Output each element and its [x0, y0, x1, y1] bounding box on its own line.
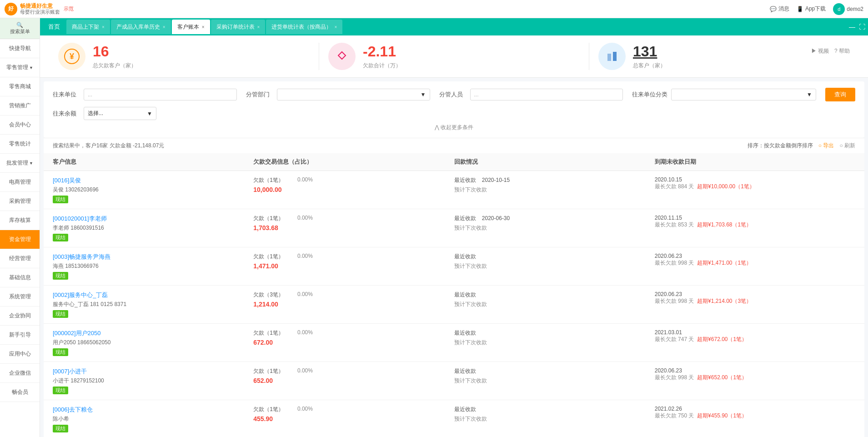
tab-inbound-stat[interactable]: 进货单统计表（按商品） × — [266, 20, 342, 34]
customer-phone-4: 用户2050 18665062050 — [53, 339, 253, 347]
recovery-info-3: 最近收款 预计下次收款 — [454, 291, 655, 308]
overdue-link-5[interactable]: 超期¥652.00（1笔） — [697, 374, 747, 381]
tab-product-shelf[interactable]: 商品上下架 × — [66, 20, 110, 34]
help-btn[interactable]: ? 帮助 — [834, 47, 850, 55]
collapse-row[interactable]: ⋀ 收起更多条件 — [53, 122, 855, 136]
next-payment-4: 预计下次收款 — [454, 339, 655, 347]
sidebar: 🔍 搜索菜单 快捷导航 零售管理 ▼ 零售商城 营销推广 会员中心 零售统计 批… — [0, 18, 40, 437]
main-area: 首页 商品上下架 × 产成品入库单历史 × 客户账本 × 采购订单统计表 × 进… — [40, 18, 868, 437]
stat-info-overdue: 16 总欠款客户（家） — [93, 43, 136, 70]
recovery-info-2: 最近收款 预计下次收款 — [454, 253, 655, 270]
dept-label: 分管部门 — [246, 90, 273, 99]
app-download-btn[interactable]: 📱 App下载 — [797, 5, 826, 13]
sidebar-item-app-center[interactable]: 应用中心 — [0, 345, 40, 364]
sidebar-item-system[interactable]: 系统管理 — [0, 287, 40, 306]
debt-count-1: 欠款（1笔） — [253, 215, 284, 222]
customer-name-2[interactable]: [0003]畅捷服务尹海燕 — [53, 253, 253, 261]
overdue-link-4[interactable]: 超期¥672.00（1笔） — [697, 336, 747, 342]
tab-maximize-icon[interactable]: ⛶ — [859, 23, 865, 30]
chevron-down-icon: ▼ — [29, 65, 33, 70]
sidebar-item-inventory[interactable]: 库存核算 — [0, 211, 40, 230]
sidebar-item-guide[interactable]: 新手引导 — [0, 326, 40, 345]
sidebar-item-basic-info[interactable]: 基础信息 — [0, 268, 40, 287]
customer-name-1[interactable]: [0001020001]李老师 — [53, 215, 253, 223]
debt-info-4: 欠款（1笔） 672.00 0.00% — [253, 329, 454, 346]
overdue-link-0[interactable]: 超期¥10,000.00（1笔） — [697, 183, 755, 190]
tab-customer-account[interactable]: 客户账本 × — [172, 20, 210, 34]
last-payment-6: 最近收款 — [454, 406, 655, 413]
source-unit-input[interactable]: ... — [84, 89, 237, 100]
table-row: [000002]用户2050 用户2050 18665062050 现结 欠款（… — [44, 324, 864, 362]
export-btn[interactable]: ○ 导出 — [818, 142, 834, 150]
sidebar-search[interactable]: 🔍 搜索菜单 — [0, 18, 40, 39]
sidebar-item-finance[interactable]: 资金管理 — [0, 230, 40, 249]
manager-label: 分管人员 — [439, 90, 467, 99]
message-btn[interactable]: 💬 消息 — [770, 5, 789, 13]
tab-close-icon[interactable]: × — [257, 25, 260, 30]
customer-tag-2: 现结 — [53, 272, 68, 280]
sidebar-item-wholesale-mgmt[interactable]: 批发管理 ▼ — [0, 154, 40, 173]
sidebar-item-wechat[interactable]: 企业微信 — [0, 364, 40, 383]
overdue-link-3[interactable]: 超期¥1,214.00（3笔） — [697, 298, 752, 304]
next-payment-6: 预计下次收款 — [454, 415, 655, 423]
refresh-btn[interactable]: ○ 刷新 — [839, 142, 855, 150]
source-category-select[interactable]: ▼ — [671, 89, 816, 100]
collapse-icon: ⋀ — [435, 124, 439, 131]
debt-ratio-5: 0.00% — [297, 367, 313, 374]
overdue-days-0: 最长欠款 884 天 超期¥10,000.00（1笔） — [655, 183, 855, 191]
tab-close-icon[interactable]: × — [202, 25, 205, 30]
sidebar-item-retail-mgmt[interactable]: 零售管理 ▼ — [0, 58, 40, 77]
manager-dots: ... — [474, 91, 479, 98]
recovery-info-0: 最近收款 2020-10-15 预计下次收款 — [454, 176, 655, 194]
sidebar-item-retail-mall[interactable]: 零售商城 — [0, 77, 40, 96]
overdue-info-1: 2020.11.15 最长欠款 853 天 超期¥1,703.68（1笔） — [655, 215, 855, 229]
customer-tag-1: 现结 — [53, 234, 68, 241]
sidebar-item-purchase[interactable]: 采购管理 — [0, 192, 40, 211]
customer-name-6[interactable]: [0006]去下粮仓 — [53, 406, 253, 414]
tab-purchase-order-stat[interactable]: 采购订单统计表 × — [211, 20, 266, 34]
sidebar-item-quick-nav[interactable]: 快捷导航 — [0, 39, 40, 58]
tab-close-icon[interactable]: × — [163, 25, 166, 30]
balance-select[interactable]: 选择... ▼ — [84, 107, 156, 120]
customer-name-4[interactable]: [000002]用户2050 — [53, 329, 253, 337]
overdue-date-0: 2020.10.15 — [655, 176, 855, 183]
overdue-date-2: 2020.06.23 — [655, 253, 855, 259]
filter-source-unit: 往来单位 ... — [53, 89, 237, 100]
overdue-link-1[interactable]: 超期¥1,703.68（1笔） — [697, 221, 752, 228]
video-btn[interactable]: ▶ 视频 — [811, 47, 829, 55]
logo-icon: 好 — [5, 3, 17, 15]
video-icon: ▶ — [811, 48, 817, 54]
filter-balance: 往来余额 选择... ▼ — [53, 107, 855, 120]
stat-label-overdue-customers: 总欠款客户（家） — [93, 62, 136, 70]
sidebar-item-marketing[interactable]: 营销推广 — [0, 96, 40, 116]
user-menu[interactable]: d demo2 — [833, 3, 863, 15]
sidebar-item-retail-stat[interactable]: 零售统计 — [0, 135, 40, 154]
balance-placeholder: 选择... — [88, 110, 103, 117]
manager-input[interactable]: ... — [470, 89, 623, 100]
debt-count-6: 欠款（1笔） — [253, 406, 284, 413]
tab-close-icon[interactable]: × — [334, 25, 337, 30]
sidebar-item-member2[interactable]: 畅会员 — [0, 383, 40, 402]
overdue-link-6[interactable]: 超期¥455.90（1笔） — [697, 412, 747, 419]
debt-info-2: 欠款（1笔） 1,471.00 0.00% — [253, 253, 454, 270]
customer-name-5[interactable]: [0007]小进干 — [53, 367, 253, 376]
customer-name-3[interactable]: [0002]服务中心_丁磊 — [53, 291, 253, 299]
sidebar-item-operations[interactable]: 经营管理 — [0, 249, 40, 268]
top-bar-left: 好 畅捷通好生意 母婴行业演示账套 示范 — [5, 3, 74, 15]
debt-count-0: 欠款（1笔） — [253, 176, 284, 184]
sort-label[interactable]: 排序：按欠款金额倒序排序 — [748, 142, 813, 150]
sidebar-item-enterprise-collab[interactable]: 企业协同 — [0, 306, 40, 326]
sidebar-item-ecommerce[interactable]: 电商管理 — [0, 173, 40, 192]
tab-production-history[interactable]: 产成品入库单历史 × — [111, 20, 171, 34]
tab-minimize-icon[interactable]: — — [849, 23, 855, 30]
tab-home[interactable]: 首页 — [43, 18, 65, 35]
overdue-info-3: 2020.06.23 最长欠款 998 天 超期¥1,214.00（3笔） — [655, 291, 855, 305]
source-category-label: 往来单位分类 — [632, 90, 667, 99]
dept-select[interactable]: ▼ — [277, 89, 430, 100]
overdue-link-2[interactable]: 超期¥1,471.00（1笔） — [697, 260, 752, 266]
tab-close-icon[interactable]: × — [102, 25, 105, 30]
search-button[interactable]: 查询 — [825, 88, 855, 101]
sidebar-item-member[interactable]: 会员中心 — [0, 116, 40, 135]
customer-name-0[interactable]: [0016]吴俊 — [53, 176, 253, 185]
debt-ratio-2: 0.00% — [297, 253, 313, 259]
